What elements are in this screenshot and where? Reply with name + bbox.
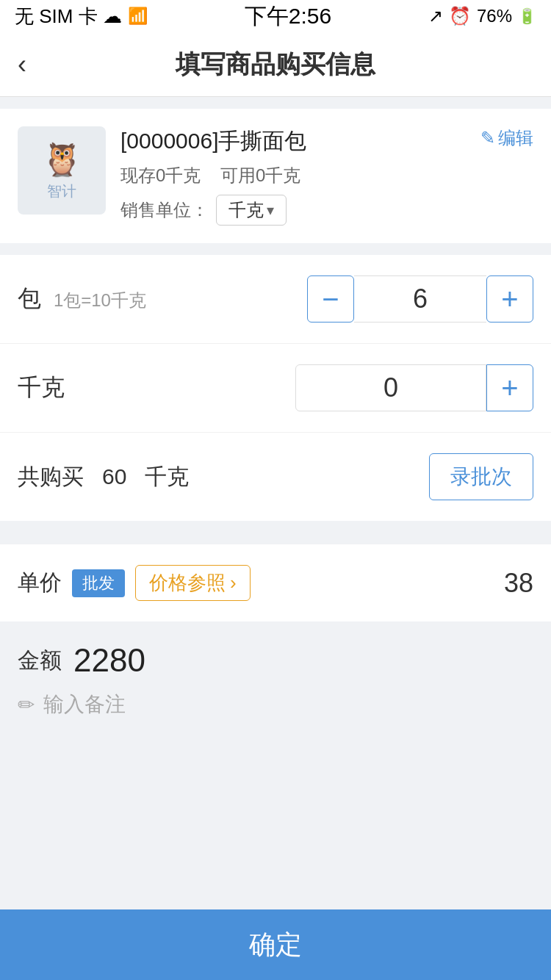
alarm-icon: ⏰ [449, 6, 471, 26]
product-name: [0000006]手撕面包 [120, 126, 466, 156]
kg-input[interactable] [295, 364, 486, 411]
amount-row: 金额 2280 [18, 642, 533, 679]
bag-plus-button[interactable]: + [486, 275, 533, 323]
amount-section: 金额 2280 ✏ 输入备注 [0, 621, 551, 733]
price-ref-label: 价格参照 [149, 570, 226, 596]
sim-label: 无 SIM 卡 ☁ [15, 4, 122, 29]
quantity-section: 包 1包=10千克 − + 千克 + [0, 255, 551, 433]
total-unit: 千克 [145, 464, 189, 489]
unit-select[interactable]: 千克 ▾ [216, 195, 287, 226]
record-batch-button[interactable]: 录批次 [429, 453, 533, 500]
back-button[interactable]: ‹ [18, 49, 26, 80]
unit-value: 千克 [228, 198, 264, 222]
amount-value: 2280 [73, 642, 145, 679]
product-stock: 现存0千克 可用0千克 [120, 164, 466, 187]
price-tag: 批发 [72, 569, 125, 597]
brand-label: 智计 [47, 181, 76, 201]
note-row[interactable]: ✏ 输入备注 [18, 691, 533, 733]
stock-label: 现存0千克 [120, 165, 201, 185]
bag-unit: 包 [18, 285, 41, 311]
total-text: 共购买 60 千克 [18, 462, 189, 492]
product-image: 🦉 智计 [18, 126, 106, 215]
total-prefix: 共购买 [18, 464, 84, 489]
kg-row: 千克 + [0, 344, 551, 433]
wifi-icon: 📶 [128, 7, 148, 26]
battery-icon: 🔋 [518, 7, 536, 25]
product-unit-row: 销售单位： 千克 ▾ [120, 195, 466, 226]
price-label: 单价 [18, 568, 62, 598]
edit-icon: ✎ [480, 128, 495, 148]
location-icon: ↗ [428, 6, 443, 26]
page-title: 填写商品购买信息 [176, 48, 375, 82]
product-card-right: ✎ 编辑 [480, 126, 533, 150]
kg-label: 千克 [18, 372, 295, 404]
kg-controls: + [295, 364, 533, 411]
edit-label: 编辑 [498, 126, 533, 150]
dropdown-icon: ▾ [267, 201, 274, 219]
total-quantity: 60 [102, 464, 126, 489]
status-time: 下午2:56 [245, 1, 331, 32]
kg-plus-button[interactable]: + [486, 364, 533, 411]
bag-input[interactable] [354, 275, 486, 323]
status-right: ↗ ⏰ 76% 🔋 [428, 6, 536, 26]
divider-1 [0, 521, 551, 533]
status-bar: 无 SIM 卡 ☁ 📶 下午2:56 ↗ ⏰ 76% 🔋 [0, 0, 551, 32]
bag-label: 包 1包=10千克 [18, 283, 307, 315]
edit-button[interactable]: ✎ 编辑 [480, 126, 533, 150]
bag-minus-button[interactable]: − [307, 275, 354, 323]
bag-controls: − + [307, 275, 533, 323]
note-icon: ✏ [18, 693, 35, 717]
price-ref-button[interactable]: 价格参照 › [135, 565, 251, 601]
total-row: 共购买 60 千克 录批次 [0, 433, 551, 521]
product-logo-icon: 🦉 [42, 140, 82, 179]
amount-label: 金额 [18, 646, 62, 676]
nav-bar: ‹ 填写商品购买信息 [0, 32, 551, 97]
bag-hint: 1包=10千克 [54, 290, 146, 310]
price-ref-arrow: › [230, 572, 237, 594]
battery-label: 76% [477, 6, 512, 26]
confirm-button[interactable]: 确定 [0, 909, 551, 980]
product-card: 🦉 智计 [0000006]手撕面包 现存0千克 可用0千克 销售单位： 千克 … [0, 109, 551, 243]
price-section: 单价 批发 价格参照 › 38 [0, 544, 551, 621]
product-info: [0000006]手撕面包 现存0千克 可用0千克 销售单位： 千克 ▾ [120, 126, 466, 226]
unit-label: 销售单位： [120, 198, 209, 222]
price-value: 38 [504, 568, 533, 599]
status-left: 无 SIM 卡 ☁ 📶 [15, 4, 148, 29]
bag-row: 包 1包=10千克 − + [0, 255, 551, 344]
note-placeholder: 输入备注 [43, 691, 126, 718]
available-label: 可用0千克 [220, 165, 300, 185]
